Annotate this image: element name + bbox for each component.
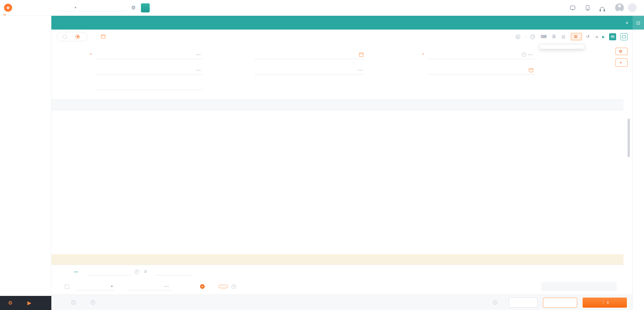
radio-return-order[interactable] <box>76 35 82 39</box>
grid-header-row <box>51 99 624 110</box>
app-window: ❖ ▾ ⚙ <box>0 0 644 310</box>
vertical-scrollbar[interactable] <box>628 119 630 157</box>
document-panel: ▸ ? ⌨ ☰ ▤ ⊞ ↺ ◀ ▶ <box>51 30 632 310</box>
sku-summary: ? <box>493 300 503 305</box>
account-field[interactable]: ··· <box>127 282 170 291</box>
salesman-field[interactable]: ··· <box>96 66 202 75</box>
chevron-down-icon: ▾ <box>111 284 113 289</box>
doc-type-radio-group <box>57 32 88 41</box>
more-icon[interactable]: ··· <box>196 52 201 57</box>
more-icon[interactable]: ··· <box>358 68 363 73</box>
warehouse-label: * <box>387 52 425 57</box>
app-download-button[interactable] <box>586 5 591 10</box>
help-button[interactable]: ? <box>531 35 536 39</box>
doc-header-form: * ··· <box>51 44 632 99</box>
company-settings-gear-icon[interactable]: ⚙ <box>131 5 136 11</box>
online-support-button[interactable] <box>600 6 606 9</box>
required-marker: * <box>422 52 424 57</box>
plus-icon: ＋ <box>619 60 623 65</box>
messages-button[interactable] <box>570 6 577 10</box>
history-icon: ↺ <box>586 34 590 39</box>
print-button[interactable]: ▤ <box>561 34 566 39</box>
more-icon[interactable]: ··· <box>164 284 169 289</box>
doc-toolbar: ▸ ? ⌨ ☰ ▤ ⊞ ↺ ◀ ▶ <box>51 30 632 44</box>
abandon-button[interactable] <box>509 298 538 308</box>
grid-view-toggle[interactable] <box>621 33 628 40</box>
action-button[interactable]: ⊞ <box>571 33 582 40</box>
one-click-collect-checkbox[interactable] <box>65 284 69 289</box>
more-icon[interactable]: ··· <box>196 68 201 73</box>
calendar-icon[interactable] <box>529 68 533 72</box>
next-doc-icon[interactable]: ▶ <box>602 35 605 39</box>
trial-plan-button[interactable] <box>141 3 150 12</box>
item-grid <box>51 99 624 265</box>
footer-bar: ? ? ? <box>51 295 632 310</box>
customer-field[interactable]: ··· <box>96 50 202 59</box>
warehouse-field[interactable]: ? ··· <box>428 50 535 59</box>
save-draft-button[interactable] <box>543 298 577 308</box>
message-bubble-icon <box>570 6 575 10</box>
announcement-icon[interactable]: ▶ <box>27 300 31 306</box>
cash-discount-input[interactable] <box>88 268 131 275</box>
info-icon: ? <box>493 300 497 305</box>
gear-icon: ⚙ <box>619 49 623 54</box>
expense-share-button[interactable] <box>219 285 228 288</box>
chevron-down-icon: ▾ <box>75 5 77 10</box>
history-docs-button[interactable]: ↺ <box>586 34 591 39</box>
radio-sales-order[interactable] <box>62 35 69 39</box>
action-dropdown-menu <box>539 44 584 49</box>
help-icon[interactable]: ? <box>522 52 526 57</box>
more-icon[interactable]: ··· <box>528 52 533 57</box>
play-icon: ▸ <box>516 35 520 39</box>
delivery-date-field[interactable] <box>428 66 535 75</box>
help-icon[interactable]: ? <box>232 284 236 289</box>
deal-amount-value[interactable] <box>155 268 192 275</box>
help-icon[interactable]: ? <box>71 300 76 305</box>
required-marker: * <box>90 52 92 57</box>
avatar-menu[interactable] <box>628 3 637 12</box>
topbar: ❖ ▾ ⚙ <box>0 0 644 16</box>
hotkey-button[interactable]: ⌨ <box>541 34 548 39</box>
calendar-icon[interactable] <box>101 35 105 39</box>
due-date-field[interactable] <box>254 50 365 59</box>
remark-field[interactable] <box>96 81 202 90</box>
right-icon-strip <box>632 30 644 310</box>
address-field[interactable]: ··· <box>254 66 365 75</box>
settings-gear-icon[interactable]: ⚙ <box>8 300 12 306</box>
plus-circle-icon: + <box>200 284 205 289</box>
chevron-up-icon: ∧ <box>603 300 609 305</box>
pick-order-button[interactable]: ☰ <box>552 34 557 39</box>
save-and-new-button[interactable]: ∧ <box>583 298 627 308</box>
settings-button[interactable]: ⚙ <box>615 48 628 55</box>
calendar-icon[interactable] <box>359 53 363 57</box>
topbar-right <box>570 3 644 12</box>
company-select[interactable]: ▾ <box>58 4 127 11</box>
list-view-toggle[interactable] <box>609 33 616 40</box>
tabbar: × ⊡ <box>51 16 644 30</box>
close-all-tabs-icon[interactable]: × <box>621 16 633 30</box>
prev-doc-icon[interactable]: ◀ <box>595 35 598 39</box>
minus-icon: — <box>74 269 78 274</box>
help-icon[interactable]: ? <box>91 300 95 305</box>
customer-label: * <box>63 52 92 57</box>
settle-method-select[interactable]: ▾ <box>77 282 114 291</box>
help-icon[interactable]: ? <box>135 270 139 274</box>
sidebar-footer-bar: ⚙ ▶ <box>0 296 51 310</box>
totals-line: — ? = <box>51 265 632 278</box>
radio-icon <box>62 35 67 39</box>
phone-icon <box>586 5 589 10</box>
list-icon: ☰ <box>552 34 556 39</box>
equals-icon: = <box>144 269 147 274</box>
edition-badge <box>3 14 6 15</box>
fullscreen-icon[interactable]: ⊡ <box>633 16 644 30</box>
radio-selected-icon <box>76 35 80 39</box>
video-button[interactable]: ▸ <box>516 35 522 39</box>
summary-box <box>541 282 617 291</box>
form-side-buttons: ⚙ ＋ <box>615 48 628 67</box>
avatar[interactable] <box>615 3 624 12</box>
toolbar-actions: ▸ ? ⌨ ☰ ▤ ⊞ ↺ ◀ ▶ <box>516 33 628 40</box>
add-payment-button[interactable]: + <box>200 284 206 289</box>
workspace: ▸ ? ⌨ ☰ ▤ ⊞ ↺ ◀ ▶ <box>51 30 644 310</box>
logistics-button[interactable]: ＋ <box>615 58 628 67</box>
headset-icon <box>600 7 604 10</box>
